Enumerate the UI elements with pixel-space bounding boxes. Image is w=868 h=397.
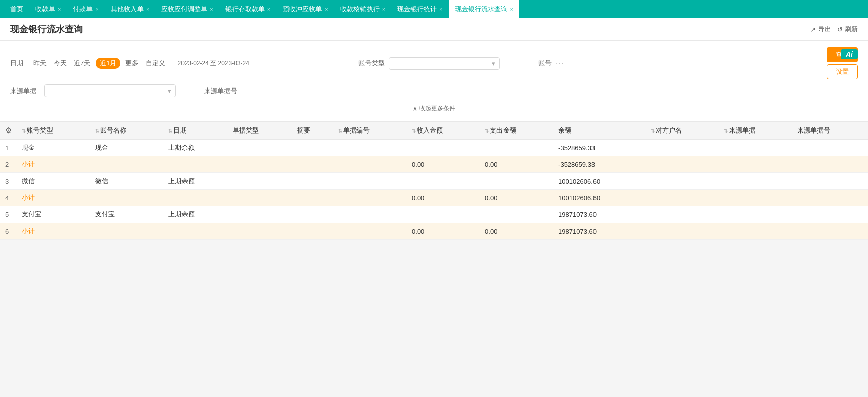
- cell-date: [163, 156, 227, 173]
- close-icon[interactable]: ×: [58, 6, 61, 12]
- cell-source-doc-no: [792, 140, 868, 156]
- col-summary: 摘要: [292, 122, 333, 140]
- sort-icon[interactable]: ⇅: [651, 128, 655, 134]
- cell-doc-type: [227, 190, 292, 206]
- nav-prepay[interactable]: 预收冲应收单 ×: [277, 0, 334, 18]
- cell-source-doc-no: [792, 223, 868, 240]
- col-settings: ⚙: [0, 122, 17, 140]
- close-icon[interactable]: ×: [95, 6, 98, 12]
- cell-date: 上期余额: [163, 206, 227, 223]
- top-navigation: 首页 收款单 × 付款单 × 其他收入单 × 应收应付调整单 × 银行存取款单 …: [0, 0, 868, 18]
- sort-icon[interactable]: ⇅: [95, 128, 99, 134]
- date-today[interactable]: 今天: [52, 58, 69, 69]
- close-icon[interactable]: ×: [382, 6, 385, 12]
- cell-counterpart: [646, 156, 719, 173]
- date-1month[interactable]: 近1月: [96, 58, 120, 69]
- col-expense: ⇅支出金额: [480, 122, 553, 140]
- date-yesterday[interactable]: 昨天: [31, 58, 49, 69]
- cell-income: [406, 140, 480, 156]
- sort-icon[interactable]: ⇅: [485, 128, 489, 134]
- sort-icon[interactable]: ⇅: [412, 128, 416, 134]
- account-type-select[interactable]: ▾: [389, 57, 500, 70]
- sort-icon[interactable]: ⇅: [338, 128, 342, 134]
- account-label: 账号: [538, 59, 552, 68]
- page-title: 现金银行流水查询: [10, 23, 83, 35]
- cell-account-type: 小计: [17, 156, 90, 173]
- cell-source-doc: [719, 223, 792, 240]
- source-doc-no-input[interactable]: [241, 85, 393, 97]
- row-num: 1: [0, 140, 17, 156]
- cell-counterpart: [646, 206, 719, 223]
- date-more[interactable]: 更多: [123, 58, 141, 69]
- nav-other-income[interactable]: 其他收入单 ×: [105, 0, 155, 18]
- nav-bank-flow[interactable]: 现金银行流水查询 ×: [449, 0, 519, 18]
- ai-badge: Ai: [841, 49, 858, 59]
- date-label: 日期: [10, 59, 23, 68]
- cell-account-type: 小计: [17, 223, 90, 240]
- cell-summary: [292, 223, 333, 240]
- settings-button[interactable]: 设置: [827, 64, 858, 79]
- cell-date: [163, 190, 227, 206]
- cell-account-name: [90, 223, 163, 240]
- cell-doc-type: [227, 206, 292, 223]
- close-icon[interactable]: ×: [510, 6, 513, 12]
- account-more-icon[interactable]: ···: [556, 59, 565, 67]
- header-actions: ↗ 导出 ↺ 刷新 Ai: [810, 25, 858, 34]
- cell-counterpart: [646, 190, 719, 206]
- close-icon[interactable]: ×: [210, 6, 213, 12]
- table-area: ⚙ ⇅账号类型 ⇅账号名称 ⇅日期 单据类型 摘要 ⇅单据编号 ⇅收入金额: [0, 121, 868, 240]
- source-doc-select[interactable]: ▾: [44, 84, 176, 97]
- row-num: 5: [0, 206, 17, 223]
- nav-bank-stats[interactable]: 现金银行统计 ×: [391, 0, 448, 18]
- collapse-up-icon: ∧: [413, 105, 417, 112]
- cell-doc-no: [333, 206, 406, 223]
- chevron-down-icon: ▾: [168, 87, 171, 95]
- export-button[interactable]: ↗ 导出: [810, 25, 831, 34]
- refresh-icon: ↺: [837, 26, 843, 33]
- nav-receipt[interactable]: 收款单 ×: [29, 0, 67, 18]
- sort-icon[interactable]: ⇅: [724, 128, 728, 134]
- close-icon[interactable]: ×: [267, 6, 270, 12]
- close-icon[interactable]: ×: [146, 6, 149, 12]
- cell-doc-type: [227, 156, 292, 173]
- cell-doc-no: [333, 173, 406, 190]
- cell-expense: 0.00: [480, 190, 553, 206]
- cell-balance: 19871073.60: [553, 206, 645, 223]
- date-7days[interactable]: 近7天: [72, 58, 93, 69]
- table-row: 3 微信 微信 上期余额 100102606.60: [0, 173, 868, 190]
- cell-account-name: 微信: [90, 173, 163, 190]
- column-settings-icon[interactable]: ⚙: [5, 126, 12, 135]
- col-doc-no: ⇅单据编号: [333, 122, 406, 140]
- col-income: ⇅收入金额: [406, 122, 480, 140]
- cell-date: 上期余额: [163, 173, 227, 190]
- cell-counterpart: [646, 173, 719, 190]
- nav-bank-deposit[interactable]: 银行存取款单 ×: [219, 0, 277, 18]
- collapse-bar[interactable]: ∧ 收起更多条件: [10, 102, 858, 115]
- cell-account-type: 支付宝: [17, 206, 90, 223]
- date-custom[interactable]: 自定义: [144, 58, 167, 69]
- cell-income: [406, 173, 480, 190]
- filter-row-source: 来源单据 ▾ 来源单据号: [10, 84, 858, 97]
- filter-row-date: 日期 昨天 今天 近7天 近1月 更多 自定义 2023-02-24 至 202…: [10, 47, 858, 79]
- cell-account-name: 支付宝: [90, 206, 163, 223]
- cell-income: 0.00: [406, 156, 480, 173]
- cell-income: 0.00: [406, 223, 480, 240]
- export-icon: ↗: [810, 26, 816, 33]
- nav-home[interactable]: 首页: [4, 0, 29, 18]
- sort-icon[interactable]: ⇅: [22, 128, 26, 134]
- close-icon[interactable]: ×: [439, 6, 442, 12]
- cell-summary: [292, 173, 333, 190]
- source-doc-label: 来源单据: [10, 86, 36, 96]
- cell-doc-type: [227, 223, 292, 240]
- cell-expense: 0.00: [480, 156, 553, 173]
- nav-payment[interactable]: 付款单 ×: [67, 0, 104, 18]
- cell-doc-type: [227, 173, 292, 190]
- cell-date: [163, 223, 227, 240]
- close-icon[interactable]: ×: [325, 6, 328, 12]
- sort-icon[interactable]: ⇅: [168, 128, 172, 134]
- refresh-button[interactable]: ↺ 刷新: [837, 25, 858, 34]
- nav-collection[interactable]: 收款核销执行 ×: [334, 0, 391, 18]
- table-header-row: ⚙ ⇅账号类型 ⇅账号名称 ⇅日期 单据类型 摘要 ⇅单据编号 ⇅收入金额: [0, 122, 868, 140]
- nav-adjustment[interactable]: 应收应付调整单 ×: [155, 0, 219, 18]
- row-num: 2: [0, 156, 17, 173]
